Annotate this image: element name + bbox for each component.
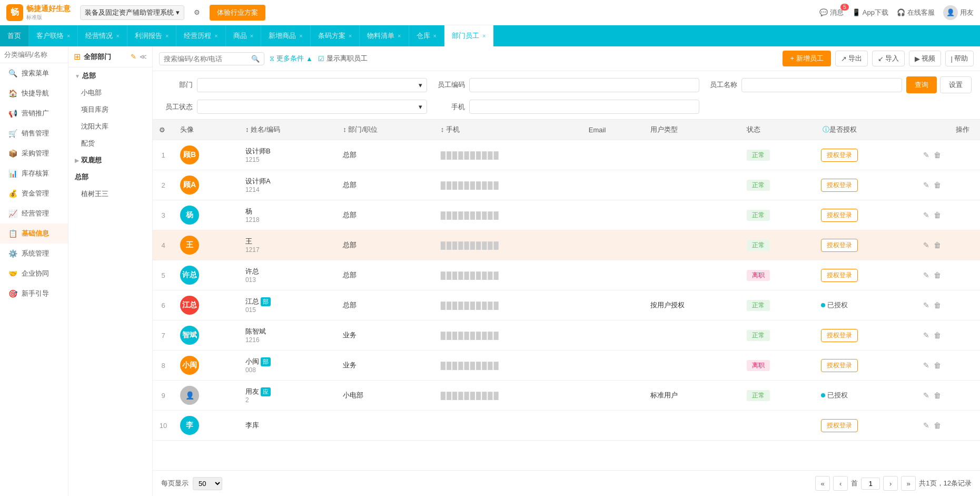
tree-item-zongbu-group[interactable]: ▼ 总部: [68, 67, 152, 84]
delete-icon[interactable]: 🗑: [934, 151, 941, 159]
close-icon[interactable]: ×: [67, 33, 70, 39]
th-phone[interactable]: ↕ 手机: [434, 120, 582, 140]
edit-icon[interactable]: ✎: [923, 241, 929, 249]
tab-home[interactable]: 首页: [0, 25, 29, 46]
app-download-button[interactable]: 📱 App下载: [852, 8, 888, 17]
edit-icon[interactable]: ✎: [923, 331, 929, 339]
search-icon[interactable]: 🔍: [251, 55, 260, 63]
emp-status-select[interactable]: ▾: [197, 100, 427, 114]
th-dept-pos[interactable]: ↕ 部门/职位: [336, 120, 434, 140]
close-icon[interactable]: ×: [398, 33, 401, 39]
close-icon[interactable]: ×: [299, 33, 302, 39]
view-button[interactable]: ▶ 视频: [909, 51, 941, 66]
auth-login-button[interactable]: 授权登录: [821, 419, 858, 432]
show-inactive-toggle[interactable]: ☑ 显示离职员工: [318, 54, 368, 63]
tab-barcode[interactable]: 条码方案×: [311, 25, 360, 46]
tree-item-xiangmu[interactable]: 项目库房: [68, 101, 152, 118]
tree-item-peihuo[interactable]: 配货: [68, 135, 152, 152]
close-icon[interactable]: ×: [165, 33, 169, 39]
sidebar-item-collab[interactable]: 🤝 企业协同: [0, 264, 68, 284]
delete-icon[interactable]: 🗑: [934, 241, 941, 249]
tab-employees[interactable]: 部门员工×: [444, 25, 493, 46]
tab-operation[interactable]: 经营情况×: [78, 25, 127, 46]
user-menu[interactable]: 👤 用友: [943, 5, 974, 20]
delete-icon[interactable]: 🗑: [934, 181, 941, 189]
sidebar-item-basic-info[interactable]: 📋 基础信息: [0, 223, 68, 244]
online-service-button[interactable]: 🎧 在线客服: [897, 8, 935, 17]
edit-icon[interactable]: ✎: [923, 151, 929, 159]
auth-login-button[interactable]: 授权登录: [821, 269, 858, 282]
sidebar-item-quick-nav[interactable]: 🏠 快捷导航: [0, 83, 68, 103]
tree-item-shenyang[interactable]: 沈阳大库: [68, 118, 152, 135]
sidebar-item-search-menu[interactable]: 🔍 搜索菜单: [0, 63, 68, 83]
reset-button[interactable]: 设置: [940, 76, 972, 93]
more-filters-button[interactable]: ⧖ 更多条件 ▲: [270, 54, 313, 63]
tab-new-goods[interactable]: 新增商品×: [261, 25, 310, 46]
tab-journey[interactable]: 经营历程×: [176, 25, 225, 46]
edit-icon[interactable]: ✎: [923, 211, 929, 219]
delete-icon[interactable]: 🗑: [934, 391, 941, 400]
delete-icon[interactable]: 🗑: [934, 211, 941, 219]
info-icon[interactable]: ⓘ: [823, 125, 829, 133]
page-number-input[interactable]: [861, 478, 880, 490]
sidebar-item-finance[interactable]: 💰 资金管理: [0, 183, 68, 203]
th-name-code[interactable]: ↕ 姓名/编码: [239, 120, 336, 140]
tab-customer[interactable]: 客户联络×: [29, 25, 78, 46]
tab-profit[interactable]: 利润报告×: [127, 25, 176, 46]
edit-icon[interactable]: ✎: [923, 271, 929, 279]
close-icon[interactable]: ×: [349, 33, 352, 39]
sidebar-item-system[interactable]: ⚙️ 系统管理: [0, 244, 68, 264]
auth-login-button[interactable]: 授权登录: [821, 239, 858, 252]
sidebar-item-sales[interactable]: 🛒 销售管理: [0, 123, 68, 143]
emp-name-input[interactable]: [741, 78, 902, 92]
auth-login-button[interactable]: 授权登录: [821, 329, 858, 342]
emp-code-input[interactable]: [469, 78, 699, 92]
export-button[interactable]: ↗ 导出: [835, 51, 868, 66]
delete-icon[interactable]: 🗑: [934, 361, 941, 369]
search-input[interactable]: [164, 55, 248, 63]
settings-button[interactable]: ⚙: [190, 5, 204, 20]
import-button[interactable]: ↙ 导入: [872, 51, 905, 66]
delete-icon[interactable]: 🗑: [934, 271, 941, 279]
prev-page-button[interactable]: ‹: [833, 476, 848, 491]
dept-collapse-icon[interactable]: ≪: [140, 53, 147, 61]
help-button[interactable]: | 帮助: [945, 51, 974, 66]
sidebar-item-purchase[interactable]: 📦 采购管理: [0, 143, 68, 163]
auth-login-button[interactable]: 授权登录: [821, 359, 858, 372]
tree-item-xiaodianbu[interactable]: 小电部: [68, 84, 152, 101]
close-icon[interactable]: ×: [433, 33, 437, 39]
phone-input[interactable]: [469, 100, 699, 114]
per-page-select[interactable]: 50 100: [193, 477, 222, 490]
close-icon[interactable]: ×: [482, 33, 486, 39]
query-button[interactable]: 查询: [906, 76, 937, 93]
dept-select[interactable]: ▾: [197, 78, 427, 92]
auth-login-button[interactable]: 授权登录: [821, 209, 858, 222]
system-name-select[interactable]: 装备及固定资产辅助管理系统 ▾: [80, 5, 184, 20]
dept-edit-icon[interactable]: ✎: [131, 53, 136, 61]
sidebar-item-newbie[interactable]: 🎯 新手引导: [0, 284, 68, 304]
sidebar-item-inventory[interactable]: 📊 库存核算: [0, 163, 68, 183]
message-button[interactable]: 💬 消息 5: [819, 8, 844, 17]
add-employee-button[interactable]: + 新增员工: [783, 51, 830, 66]
edit-icon[interactable]: ✎: [923, 181, 929, 189]
tab-warehouse[interactable]: 仓库×: [409, 25, 444, 46]
auth-login-button[interactable]: 授权登录: [821, 149, 858, 162]
tree-item-shuanglu[interactable]: ▶ 双鹿想: [68, 152, 152, 169]
close-icon[interactable]: ×: [250, 33, 253, 39]
delete-icon[interactable]: 🗑: [934, 421, 941, 430]
search-bar[interactable]: 🔍: [159, 52, 264, 65]
tree-item-zongbu2[interactable]: 总部: [68, 169, 152, 186]
edit-icon[interactable]: ✎: [923, 391, 929, 400]
delete-icon[interactable]: 🗑: [934, 331, 941, 339]
close-icon[interactable]: ×: [116, 33, 119, 39]
delete-icon[interactable]: 🗑: [934, 301, 941, 309]
last-page-button[interactable]: »: [901, 476, 916, 491]
close-icon[interactable]: ×: [214, 33, 217, 39]
next-page-button[interactable]: ›: [883, 476, 898, 491]
tab-bom[interactable]: 物料清单×: [360, 25, 409, 46]
tab-goods[interactable]: 商品×: [226, 25, 261, 46]
sidebar-search-input[interactable]: [4, 51, 68, 59]
th-settings[interactable]: ⚙: [153, 120, 174, 140]
edit-icon[interactable]: ✎: [923, 361, 929, 369]
sidebar-item-operations[interactable]: 📈 经营管理: [0, 203, 68, 223]
